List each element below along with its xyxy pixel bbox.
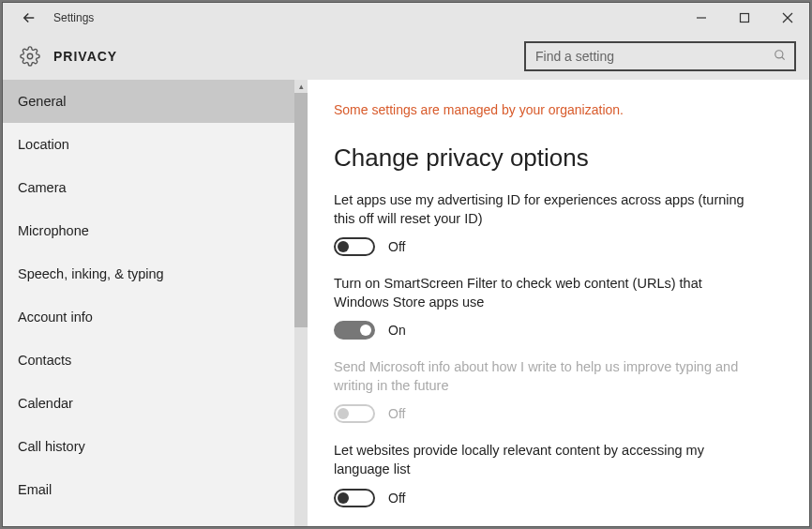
setting-block: Send Microsoft info about how I write to… <box>334 358 783 423</box>
search-box[interactable] <box>524 41 796 71</box>
titlebar: Settings <box>3 3 809 33</box>
toggle-switch[interactable] <box>334 489 375 507</box>
toggle-state-label: Off <box>388 406 405 421</box>
toggle-row: Off <box>334 237 783 256</box>
close-button[interactable] <box>766 3 809 33</box>
content-pane: Some settings are managed by your organi… <box>308 80 809 526</box>
toggle-switch[interactable] <box>334 321 375 340</box>
sidebar-item-label: Calendar <box>18 396 73 411</box>
caption-buttons <box>680 3 809 33</box>
sidebar-item-label: Contacts <box>18 353 71 368</box>
sidebar-item-email[interactable]: Email <box>3 468 308 511</box>
sidebar-item-label: Account info <box>18 310 93 325</box>
sidebar-item-speech-inking-typing[interactable]: Speech, inking, & typing <box>3 252 308 295</box>
sidebar-item-label: Microphone <box>18 223 89 238</box>
toggle-switch[interactable] <box>334 237 375 256</box>
sidebar-item-account-info[interactable]: Account info <box>3 295 308 339</box>
toggle-state-label: Off <box>388 239 405 254</box>
toggle-state-label: On <box>388 323 406 338</box>
scroll-thumb[interactable] <box>294 93 308 327</box>
section-heading: Change privacy options <box>334 144 783 173</box>
sidebar-item-location[interactable]: Location <box>3 123 308 166</box>
sidebar-scrollbar[interactable]: ▴ <box>294 80 308 526</box>
window-title: Settings <box>53 11 94 24</box>
sidebar-item-calendar[interactable]: Calendar <box>3 382 308 425</box>
toggle-knob <box>360 325 371 336</box>
toggle-state-label: Off <box>388 491 405 506</box>
sidebar-item-label: Email <box>18 482 52 497</box>
header: PRIVACY <box>3 33 809 80</box>
svg-point-5 <box>775 50 783 57</box>
setting-description: Let apps use my advertising ID for exper… <box>334 191 746 228</box>
search-icon <box>774 49 787 65</box>
maximize-button[interactable] <box>723 3 766 33</box>
header-title: PRIVACY <box>53 49 117 64</box>
toggle-knob <box>338 492 349 504</box>
settings-window: Settings PRIVACY <box>2 2 810 527</box>
toggle-knob <box>338 408 349 419</box>
scroll-up-icon[interactable]: ▴ <box>294 80 308 93</box>
toggle-row: Off <box>334 404 783 423</box>
setting-description: Turn on SmartScreen Filter to check web … <box>334 275 746 311</box>
svg-line-6 <box>782 56 785 59</box>
toggle-row: On <box>334 321 783 340</box>
svg-rect-1 <box>741 14 749 23</box>
gear-icon <box>16 46 44 67</box>
setting-block: Let websites provide locally relevant co… <box>334 442 783 506</box>
minimize-button[interactable] <box>680 3 723 33</box>
setting-block: Turn on SmartScreen Filter to check web … <box>334 275 783 340</box>
sidebar-item-contacts[interactable]: Contacts <box>3 339 308 382</box>
settings-list: Let apps use my advertising ID for exper… <box>334 191 783 507</box>
sidebar-item-label: Camera <box>18 180 67 195</box>
sidebar-item-label: Speech, inking, & typing <box>18 266 164 281</box>
body: GeneralLocationCameraMicrophoneSpeech, i… <box>3 80 809 526</box>
svg-point-4 <box>27 53 33 59</box>
setting-description: Let websites provide locally relevant co… <box>334 442 746 478</box>
search-input[interactable] <box>534 48 774 65</box>
sidebar-item-general[interactable]: General <box>3 80 308 123</box>
org-notice: Some settings are managed by your organi… <box>334 102 783 117</box>
back-button[interactable] <box>10 3 48 33</box>
sidebar-item-microphone[interactable]: Microphone <box>3 209 308 252</box>
sidebar-item-camera[interactable]: Camera <box>3 166 308 209</box>
sidebar-item-label: Location <box>18 137 69 152</box>
toggle-row: Off <box>334 489 783 507</box>
sidebar-item-label: General <box>18 94 67 109</box>
setting-description: Send Microsoft info about how I write to… <box>334 358 746 395</box>
sidebar-item-call-history[interactable]: Call history <box>3 425 308 468</box>
sidebar-item-label: Call history <box>18 439 85 454</box>
toggle-switch <box>334 404 375 423</box>
setting-block: Let apps use my advertising ID for exper… <box>334 191 783 256</box>
toggle-knob <box>338 241 349 252</box>
sidebar: GeneralLocationCameraMicrophoneSpeech, i… <box>3 80 308 526</box>
